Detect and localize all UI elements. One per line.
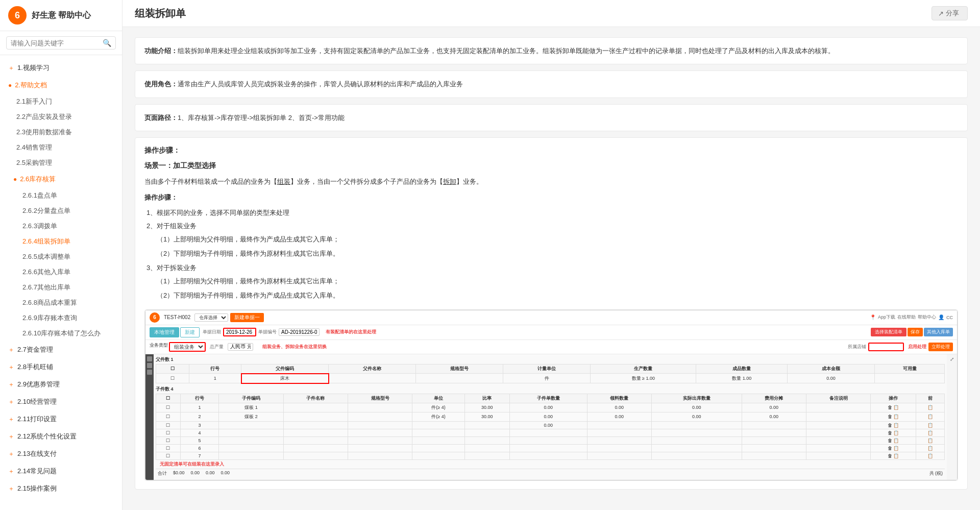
plus-icon-2: ＋ <box>8 346 14 354</box>
content-area: 功能介绍：组装拆卸单用来处理企业组装或拆卸等加工业务，支持有固定装配清单的产品加… <box>122 27 980 510</box>
sidebar-item-cases[interactable]: ＋ 2.15操作案例 <box>0 480 122 497</box>
mock-ctd-code5 <box>219 436 283 444</box>
mock-ctd-remark5 <box>806 436 871 444</box>
sidebar-item-mobile[interactable]: ＋ 2.8手机旺铺 <box>0 358 122 376</box>
mock-icon1: 📍 <box>870 314 876 320</box>
mock-ctd-needqty6 <box>587 444 651 452</box>
mock-th-completedqty: 成品数量 <box>696 364 788 374</box>
mock-docno-input[interactable] <box>279 328 320 336</box>
role-label: 使用角色： <box>144 80 178 88</box>
mock-date-input[interactable] <box>223 328 256 336</box>
mock-ctd-unit3 <box>412 421 464 429</box>
share-icon: ↗ <box>938 10 944 17</box>
sidebar-item-management[interactable]: ＋ 2.10经营管理 <box>0 393 122 410</box>
mock-store-input[interactable] <box>868 343 904 351</box>
sidebar-item-video[interactable]: ＋ 1.视频学习 <box>0 59 122 77</box>
sidebar-item-other-in[interactable]: 2.6.6其他入库单 <box>0 264 122 280</box>
sidebar-item-partial-stocktake[interactable]: 2.6.2分量盘点单 <box>0 203 122 218</box>
mock-ctd-costamt4 <box>742 429 806 436</box>
mock-ctd-costamt5 <box>742 436 806 444</box>
nav-list: ＋ 1.视频学习 ● 2.帮助文档 2.1新手入门 2.2产品安装及登录 2.3… <box>0 55 122 510</box>
sidebar-item-inventory[interactable]: ● 2.6库存核算 <box>0 171 122 188</box>
mock-child-table: ☐ 行号 子件编码 子件名称 规格型号 单位 比率 子件单数量 <box>156 394 945 460</box>
sidebar-item-finance[interactable]: ＋ 2.7资金管理 <box>0 341 122 358</box>
mock-cth-name: 子件名称 <box>283 394 348 403</box>
mock-select-bom-btn[interactable]: 选择装配清单 <box>871 328 906 336</box>
sidebar: 6 好生意 帮助中心 🔍 ＋ 1.视频学习 ● 2.帮助文档 2.1新手入门 2… <box>0 0 122 510</box>
mock-ctd-needqty2: 0.00 <box>587 412 651 421</box>
step3-2: （2）下部明细为子件明细，最终作为产成品生成其它入库单。 <box>157 289 958 302</box>
mock-cth-spec: 规格型号 <box>348 394 412 403</box>
path-box: 页面路径：1、库存核算->库存管理->组装拆卸单 2、首页->常用功能 <box>135 104 968 131</box>
mock-ctd-num2: 2 <box>180 412 219 421</box>
sidebar-item-inventory-error[interactable]: 2.6.10库存账本错了怎么办 <box>0 326 122 341</box>
mock-nav-icon3 <box>147 370 152 375</box>
sidebar-item-payment[interactable]: ＋ 2.13在线支付 <box>0 445 122 463</box>
mock-app: 6 TEST-H002 仓库选择 新建单据一 📍 App下载 <box>145 310 958 480</box>
sidebar-item-data-prep[interactable]: 2.3使用前数据准备 <box>0 125 122 140</box>
mock-table-main: 父件数 1 ☐ 行号 父件编码 父件名称 <box>154 354 947 480</box>
mock-save-btn[interactable]: 保存 <box>908 328 923 336</box>
mock-child-row7: ☐ 7 <box>156 452 945 459</box>
search-icon[interactable]: 🔍 <box>103 39 111 47</box>
sidebar-item-other-out[interactable]: 2.6.7其他出库单 <box>0 280 122 295</box>
sidebar-item-install[interactable]: 2.2产品安装及登录 <box>0 109 122 125</box>
sidebar-item-print[interactable]: ＋ 2.11打印设置 <box>0 410 122 428</box>
mock-child-row2: ☐ 2 煤板 2 件(≥ 4) 30.00 0.00 <box>156 412 945 421</box>
sidebar-item-settings[interactable]: ＋ 2.12系统个性化设置 <box>0 428 122 445</box>
mock-child-row6: ☐ 6 <box>156 444 945 452</box>
mock-ctd-needqty7 <box>587 452 651 459</box>
mock-cth-num: 行号 <box>180 394 219 403</box>
sidebar-item-cost-recalc[interactable]: 2.6.8商品成本重算 <box>0 295 122 310</box>
mock-warehouse-select[interactable]: 仓库选择 <box>194 313 228 322</box>
sidebar-item-help-doc[interactable]: ● 2.帮助文档 <box>0 77 122 94</box>
sidebar-item-coupon-label: 2.9优惠券管理 <box>17 380 60 389</box>
mock-ctd-cb2: ☐ <box>156 412 181 421</box>
mock-child-row5: ☐ 5 <box>156 436 945 444</box>
search-input[interactable] <box>11 39 103 47</box>
sidebar-item-newbie[interactable]: 2.1新手入门 <box>0 94 122 109</box>
mock-app-title: TEST-H002 <box>164 314 190 320</box>
mock-annotation-assembly-desc: 有装配清单的在这里处理 <box>326 329 376 335</box>
sidebar-item-cost-adjust[interactable]: 2.6.5成本调整单 <box>0 249 122 264</box>
sidebar-item-video-label: 1.视频学习 <box>17 63 50 72</box>
mock-ctd-needqty4 <box>587 429 651 436</box>
sidebar-item-purchase[interactable]: 2.5采购管理 <box>0 155 122 171</box>
sidebar-item-transfer[interactable]: 2.6.3调拨单 <box>0 218 122 234</box>
sidebar-item-faq[interactable]: ＋ 2.14常见问题 <box>0 463 122 480</box>
mock-th-parentname: 父件名称 <box>329 364 416 374</box>
sidebar-item-coupon[interactable]: ＋ 2.9优惠券管理 <box>0 376 122 393</box>
mock-total-unit: 共 (税) <box>929 470 943 477</box>
scenario1-desc: 当由多个子件材料组装成一个成品的业务为【组装】业务，当由一个父件拆分成多个子产品… <box>144 176 958 187</box>
search-box: 🔍 <box>6 36 116 50</box>
sidebar-item-stocktake[interactable]: 2.6.1盘点单 <box>0 188 122 203</box>
mock-ctd-outqty5 <box>651 436 742 444</box>
mock-enable-btn[interactable]: 立即处理 <box>928 343 953 351</box>
sidebar-item-finance-label: 2.7资金管理 <box>17 345 53 354</box>
share-button[interactable]: ↗ 分享 <box>932 6 968 20</box>
mock-child-label: 子件数 4 <box>156 386 945 393</box>
mock-type-select[interactable]: 组装业务 拆卸业务 <box>169 342 206 352</box>
mock-qty-input[interactable] <box>228 343 253 351</box>
mock-ctd-ops3: 🗑 📋 <box>871 421 916 429</box>
ops-section: 操作步骤： 场景一：加工类型选择 当由多个子件材料组装成一个成品的业务为【组装】… <box>135 137 968 489</box>
sidebar-item-sales[interactable]: 2.4销售管理 <box>0 140 122 155</box>
mock-total-qty: $0.00 <box>173 470 185 477</box>
sidebar-item-assembly[interactable]: 2.6.4组装拆卸单 <box>0 234 122 249</box>
mock-ctd-cb3: ☐ <box>156 421 181 429</box>
mock-tab-assembly[interactable]: 本地管理 <box>150 327 179 337</box>
func-intro-text: 组装拆卸单用来处理企业组装或拆卸等加工业务，支持有固定装配清单的产品加工业务，也… <box>178 47 835 55</box>
plus-icon-3: ＋ <box>8 363 14 372</box>
mock-qty-label: 总产量 <box>210 344 224 350</box>
mock-ctd-name7 <box>283 452 348 459</box>
mock-switch-annotation: 组装业务、拆卸业务在这里切换 <box>262 344 327 350</box>
mock-ctd-cb7: ☐ <box>156 452 181 459</box>
mock-ctd-ops1: 🗑 📋 <box>871 403 916 412</box>
mock-confirm-btn[interactable]: 其他入库单 <box>924 328 953 336</box>
sidebar-item-inventory-ledger[interactable]: 2.6.9库存账本查询 <box>0 310 122 326</box>
mock-cth-code: 子件编码 <box>219 394 283 403</box>
mock-new-bill-btn[interactable]: 新建单据一 <box>230 313 264 322</box>
mock-tab-new[interactable]: 新建 <box>180 327 200 337</box>
mock-ctd-needqty5 <box>587 436 651 444</box>
mock-nav-icon2 <box>147 363 152 368</box>
